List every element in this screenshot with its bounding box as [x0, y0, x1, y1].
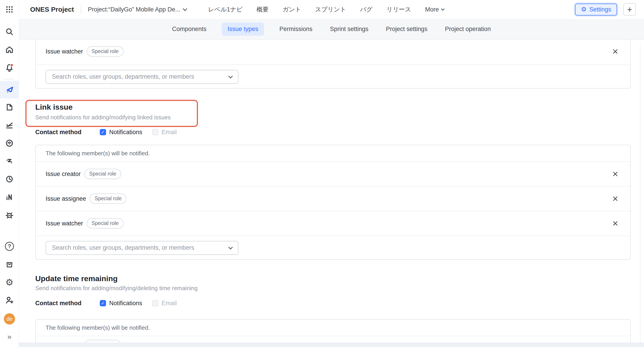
member-search-select[interactable]: Search roles, user groups, departments, … — [46, 241, 238, 255]
settings-gear-icon[interactable]: ⚙ — [0, 274, 19, 290]
chevron-down-icon — [228, 74, 233, 78]
nav-item-release[interactable]: リリース — [386, 6, 411, 14]
link-issue-highlight-box — [26, 100, 198, 127]
email-checkbox[interactable] — [152, 300, 158, 306]
settings-tabbar: Components Issue types Permissions Sprin… — [19, 19, 644, 40]
remove-member-button[interactable]: × — [612, 46, 618, 56]
notify-panel-top: Issue watcher Special role × Search role… — [35, 40, 631, 88]
home-icon[interactable] — [0, 42, 19, 58]
member-row: Issue watcher Special role × — [36, 211, 630, 236]
panel-note: The following member(s) will be notified… — [46, 150, 150, 157]
section-subtitle-update-time: Send notifications for adding/modifying/… — [35, 285, 198, 292]
search-placeholder: Search roles, user groups, departments, … — [52, 244, 194, 251]
sidebar-item-project-active[interactable] — [0, 81, 19, 98]
tasks-check-icon[interactable] — [0, 117, 19, 133]
gear-icon: ⚙ — [581, 6, 586, 12]
notifications-label: Notifications — [109, 300, 142, 307]
nav-item-level1[interactable]: レベル1ナビ — [208, 6, 242, 14]
project-plane-icon — [4, 85, 14, 94]
header-nav: レベル1ナビ 概要 ガント スプリント バグ リリース More — [208, 6, 444, 14]
member-label: Issue watcher — [46, 48, 83, 55]
remove-member-button[interactable]: × — [612, 169, 618, 179]
notifications-bell-icon[interactable] — [0, 60, 19, 76]
member-label: Issue creator — [46, 170, 81, 178]
clock-icon[interactable] — [0, 171, 19, 187]
notifications-checkbox[interactable]: ✓ — [100, 300, 106, 306]
sidebar-divider — [4, 79, 14, 79]
remove-member-button[interactable]: × — [612, 218, 618, 228]
panel-note-row: The following member(s) will be notified… — [36, 145, 630, 162]
panel-note-row: The following member(s) will be notified… — [36, 320, 630, 336]
tab-issue-types[interactable]: Issue types — [222, 22, 264, 36]
member-search-select[interactable]: Search roles, user groups, departments, … — [46, 70, 238, 84]
chevron-down-icon — [228, 245, 233, 250]
sprint-target-icon[interactable] — [0, 135, 19, 151]
invite-member-icon[interactable] — [0, 292, 19, 308]
wiki-icon[interactable] — [0, 153, 19, 169]
tab-permissions[interactable]: Permissions — [277, 22, 314, 36]
main-content: Issue watcher Special role × Search role… — [19, 40, 644, 347]
nav-item-sprint[interactable]: スプリント — [315, 6, 346, 14]
app-title: ONES Project — [30, 6, 74, 13]
header-divider — [81, 5, 81, 14]
tab-components[interactable]: Components — [170, 22, 209, 36]
email-label: Email — [162, 129, 177, 136]
chevron-down-icon — [441, 7, 445, 10]
search-row: Search roles, user groups, departments, … — [36, 65, 630, 88]
check-icon: ✓ — [101, 130, 105, 135]
contact-method-row: Contact method ✓ Notifications Email — [35, 127, 177, 137]
help-glyph: ? — [8, 243, 11, 250]
add-button[interactable]: + — [623, 3, 636, 16]
apps-grid-icon[interactable] — [0, 1, 19, 18]
member-row: Issue watcher Special role × — [36, 40, 630, 65]
bottom-strip — [19, 342, 644, 347]
help-icon[interactable]: ? — [0, 238, 19, 254]
search-icon[interactable] — [0, 24, 19, 40]
bug-icon[interactable] — [0, 207, 19, 223]
search-placeholder: Search roles, user groups, departments, … — [52, 73, 194, 80]
content-card-edge — [640, 42, 640, 342]
nav-item-overview[interactable]: 概要 — [256, 6, 268, 14]
tab-sprint-settings[interactable]: Sprint settings — [328, 22, 370, 36]
nav-item-bug[interactable]: バグ — [360, 6, 372, 14]
notifications-label: Notifications — [109, 129, 142, 136]
chevron-down-icon — [183, 6, 187, 11]
check-icon: ✓ — [101, 300, 105, 306]
panel-note: The following member(s) will be notified… — [46, 324, 150, 331]
settings-button[interactable]: ⚙ Settings — [575, 4, 617, 16]
remove-member-button[interactable]: × — [612, 194, 618, 204]
store-bag-icon[interactable] — [0, 256, 19, 272]
email-checkbox[interactable] — [152, 129, 158, 135]
nav-more-menu[interactable]: More — [425, 6, 444, 13]
member-label: Issue watcher — [46, 220, 83, 227]
sidebar: ? ⚙ de » — [0, 0, 19, 347]
special-role-badge: Special role — [87, 46, 124, 57]
tab-project-settings[interactable]: Project settings — [384, 22, 430, 36]
contact-method-label: Contact method — [35, 300, 100, 307]
member-row: Issue creator Special role × — [36, 162, 630, 186]
chart-icon[interactable] — [0, 189, 19, 205]
special-role-badge: Special role — [90, 194, 126, 204]
component-doc-icon[interactable] — [0, 99, 19, 115]
special-role-badge: Special role — [87, 218, 124, 228]
email-label: Email — [162, 300, 177, 307]
project-selector[interactable]: Project:“DailyGo” Mobile App De... — [88, 6, 186, 13]
member-row: Issue assignee Special role × — [36, 186, 630, 211]
collapse-sidebar-button[interactable]: » — [0, 328, 19, 344]
notifications-checkbox[interactable]: ✓ — [100, 129, 106, 135]
contact-method-row: Contact method ✓ Notifications Email — [35, 298, 177, 308]
nav-item-gantt[interactable]: ガント — [282, 6, 301, 14]
contact-method-label: Contact method — [35, 129, 100, 136]
tab-project-operation[interactable]: Project operation — [443, 22, 493, 36]
user-avatar[interactable]: de — [0, 311, 19, 327]
notify-panel-link-issue: The following member(s) will be notified… — [35, 145, 631, 260]
search-row: Search roles, user groups, departments, … — [36, 236, 630, 260]
section-title-update-time: Update time remaining — [35, 274, 118, 283]
special-role-badge: Special role — [84, 169, 121, 179]
top-header: ONES Project Project:“DailyGo” Mobile Ap… — [19, 0, 644, 19]
member-label: Issue assignee — [46, 195, 86, 202]
